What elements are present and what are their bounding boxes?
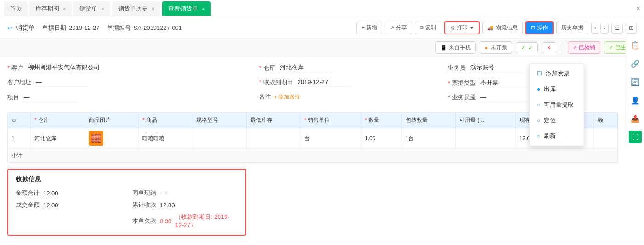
export-icon: 📤: [631, 114, 640, 123]
cell-min-stock: [246, 128, 300, 149]
same-order-row: 同单现结 —: [132, 189, 238, 197]
tab-sales-order[interactable]: 销货单 ×: [73, 1, 110, 16]
link-icon: 🔗: [631, 59, 640, 68]
nav-arrows: ‹ ›: [591, 23, 609, 34]
right-sidebar: 📋 🔗 🔄 👤 📤 ⛶: [626, 35, 644, 147]
tab-inventory-init[interactable]: 库存期初 ×: [29, 1, 72, 16]
customer-field: 客户 柳州粤港平安气体有限公司: [7, 63, 259, 73]
sales-table: ⚙ 仓库 商品图片 商品 规格型号 最低库存 销售单位 数量 包装数量 可用量 …: [8, 113, 618, 163]
tab-inventory-init-label: 库存期初: [35, 5, 59, 13]
cell-amount: [593, 128, 618, 149]
col-product-img: 商品图片: [85, 113, 138, 128]
cumulative-receipt-value: 12.00: [160, 202, 175, 209]
print-button[interactable]: 🖨 打印 ▼: [444, 21, 480, 34]
not-open-button[interactable]: 未开票: [480, 41, 512, 54]
order-arrears-value: 0.00: [160, 218, 171, 225]
tab-sales-order-close[interactable]: ×: [101, 6, 104, 11]
add-note-button[interactable]: + 添加备注: [274, 93, 300, 101]
prev-arrow[interactable]: ‹: [591, 23, 599, 34]
refresh-label: 刷新: [544, 132, 556, 140]
customer-label: 客户: [7, 64, 23, 72]
product-image: 🧱: [89, 131, 103, 146]
from-mobile-label: 来自手机: [449, 44, 471, 51]
outbound-label: 出库: [544, 85, 556, 93]
add-invoice-item[interactable]: ☐ 添加发票: [530, 66, 584, 81]
cell-product: 嘻嘻嘻嘻: [138, 128, 192, 149]
tab-view-sales-close[interactable]: ×: [202, 6, 204, 11]
warehouse-label: 仓库: [259, 64, 275, 72]
operation-button[interactable]: ⊞ 操作: [525, 21, 554, 34]
transaction-amount-value: 12.00: [43, 202, 58, 209]
from-mobile-button[interactable]: 📱 来自手机: [435, 41, 476, 54]
gear-icon: ⚙: [11, 117, 17, 124]
sidebar-export-icon[interactable]: 📤: [629, 112, 642, 125]
refresh-item[interactable]: ○ 刷新: [530, 128, 584, 144]
sidebar-link-icon[interactable]: 🔗: [629, 57, 642, 70]
copy-button-label: 复制: [425, 24, 436, 32]
tab-bar: 首页 库存期初 × 销货单 × 销货单历史 × 查看销货单 × ×: [0, 0, 644, 17]
col-product: 商品: [138, 113, 192, 128]
logistics-button[interactable]: 🚚 物流信息: [482, 22, 523, 34]
view-toggle-grid[interactable]: ⊞: [626, 23, 637, 34]
cell-warehouse: 河北仓库: [31, 128, 85, 149]
tab-sales-history-close[interactable]: ×: [152, 6, 154, 11]
view-toggle-list[interactable]: ☰: [611, 23, 623, 34]
share-button[interactable]: ↗ 分享: [385, 22, 412, 34]
doc-no-field: 单据编号 SA-20191227-001: [107, 24, 182, 32]
new-button-label: + 新增: [362, 24, 377, 32]
col-available: 可用量 (…: [456, 113, 516, 128]
tab-view-sales[interactable]: 查看销货单 ×: [162, 1, 210, 16]
subtotal-row: 小计: [8, 149, 618, 163]
cell-sales-unit: 台: [300, 128, 361, 149]
sold-button[interactable]: ✓ 已核销: [568, 41, 600, 54]
project-field: 项目 —: [7, 93, 259, 102]
doc-date-label: 单据日期: [42, 24, 66, 32]
total-amount-value: 12.00: [43, 190, 58, 197]
address-field: 客户地址 —: [7, 78, 259, 87]
arrears-date: 2019-12-27: [175, 213, 229, 228]
new-button[interactable]: + 新增: [356, 22, 382, 34]
available-qty-item[interactable]: ○ 可用量提取: [530, 97, 584, 113]
history-button[interactable]: 历史单据: [556, 22, 588, 34]
sidebar-refresh-icon[interactable]: 🔄: [629, 75, 642, 88]
sidebar-expand-icon[interactable]: ⛶: [629, 131, 642, 143]
next-arrow[interactable]: ›: [600, 23, 609, 34]
tab-sales-history[interactable]: 销货单历史 ×: [112, 1, 160, 16]
cell-product-img: 🧱: [85, 128, 138, 149]
confirm-button[interactable]: ✓: [516, 42, 538, 53]
col-quantity: 数量: [361, 113, 402, 128]
customer-value: 柳州粤港平安气体有限公司: [26, 63, 102, 73]
doc-icon: ↩: [7, 24, 13, 32]
locate-item[interactable]: ○ 定位: [530, 113, 584, 128]
outbound-item[interactable]: ● 出库: [530, 81, 584, 97]
add-invoice-label: 添加发票: [546, 69, 570, 78]
copy-button[interactable]: ⧉ 复制: [415, 22, 441, 34]
window-close-button[interactable]: ×: [636, 5, 640, 13]
project-value: —: [22, 93, 77, 102]
product-icon: 🧱: [91, 133, 101, 143]
tab-inventory-init-close[interactable]: ×: [63, 6, 66, 11]
cancel-toolbar-button[interactable]: ✕: [542, 42, 556, 53]
doc-date-field: 单据日期 2019-12-27: [42, 24, 100, 32]
cell-spec: [192, 128, 246, 149]
payment-date-field: 收款到期日 2019-12-27: [259, 78, 448, 87]
sold-label: 已核销: [579, 44, 595, 51]
col-pack-qty: 包装数量: [401, 113, 455, 128]
col-warehouse: 仓库: [31, 113, 85, 128]
payment-date-label: 收款到期日: [259, 78, 293, 86]
logistics-button-label: 物流信息: [496, 24, 518, 32]
available-qty-icon: ○: [537, 102, 540, 108]
address-value: —: [34, 78, 89, 87]
col-amount: 额: [593, 113, 618, 128]
cell-no: 1: [8, 128, 31, 149]
available-qty-label: 可用量提取: [544, 101, 574, 109]
doc-no-value: SA-20191227-001: [134, 24, 182, 31]
sidebar-user-icon[interactable]: 👤: [629, 94, 642, 107]
col-sales-unit: 销售单位: [300, 113, 361, 128]
doc-date-value: 2019-12-27: [69, 24, 100, 31]
tab-home[interactable]: 首页: [4, 1, 28, 16]
add-note-label: + 添加备注: [274, 93, 300, 101]
tab-view-sales-label: 查看销货单: [168, 5, 198, 13]
tab-sales-order-label: 销货单: [79, 5, 97, 13]
sidebar-edit-icon[interactable]: 📋: [629, 39, 642, 51]
